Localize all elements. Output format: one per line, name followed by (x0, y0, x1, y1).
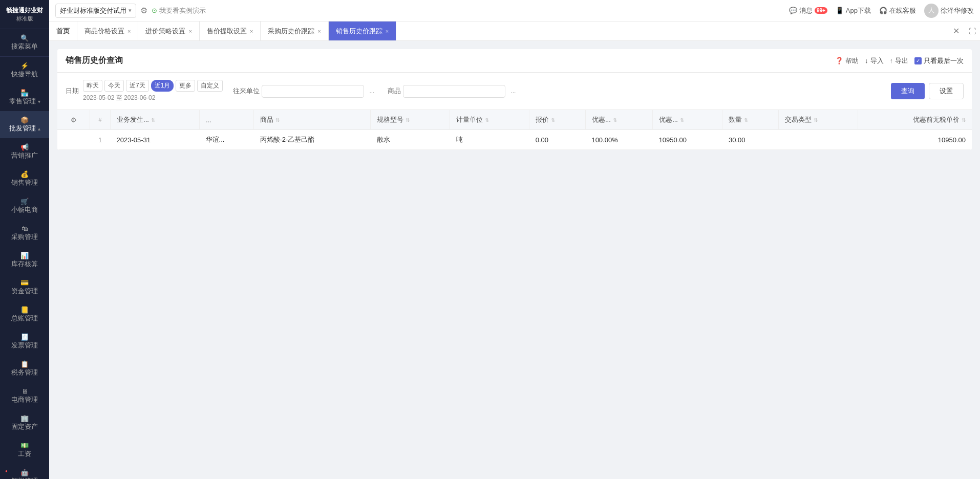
row-gear-cell (57, 130, 90, 150)
sidebar-item-purchase[interactable]: 🛍 采购管理 (0, 220, 49, 247)
date-btn-more[interactable]: 更多 (176, 80, 195, 92)
chevron-down-icon: ▾ (38, 99, 40, 104)
sort-icon-unit: ⇅ (485, 117, 489, 123)
col-product[interactable]: 商品 ⇅ (254, 110, 371, 130)
user-menu-btn[interactable]: 人 徐泽华修改 (924, 4, 974, 18)
tab-close-purchase-strategy[interactable]: × (188, 28, 191, 34)
col-discount-amt[interactable]: 优惠... ⇅ (653, 110, 722, 130)
topbar-left: 好业财标准版交付试用 ▾ ⚙ 我要看实例演示 (55, 4, 783, 18)
sidebar-item-inventory[interactable]: 📊 库存核算 (0, 247, 49, 274)
row-product-cell: 丙烯酸-2-乙基己酯 (254, 130, 371, 150)
finance-icon: 💳 (20, 279, 29, 287)
col-more[interactable]: ... (200, 110, 254, 130)
workspace-selector[interactable]: 好业财标准版交付试用 ▾ (55, 4, 136, 18)
settings-btn[interactable]: 设置 (929, 83, 964, 99)
row-unit-cell: 吨 (450, 130, 529, 150)
invoice-icon: 🧾 (20, 333, 29, 341)
product-field: 商品 ... (388, 85, 519, 98)
tab-sale-extract[interactable]: 售价提取设置 × (200, 21, 261, 41)
sidebar-item-salary[interactable]: 💵 工资 (0, 437, 49, 464)
sidebar-item-wholesale[interactable]: 📦 批发管理 ▴ (0, 111, 49, 138)
mobile-icon: 📱 (836, 7, 844, 14)
sidebar-item-fixed-assets[interactable]: 🏢 固定资产 (0, 409, 49, 437)
topbar-config-btn[interactable]: ⚙ (140, 6, 147, 15)
col-discount-pct[interactable]: 优惠... ⇅ (585, 110, 652, 130)
sidebar-item-tax[interactable]: 📋 税务管理 (0, 355, 49, 382)
only-last-checkbox-label[interactable]: ✓ 只看最后一次 (914, 56, 964, 66)
sidebar-item-retail[interactable]: 🏪 零售管理 ▾ (0, 84, 49, 111)
import-btn[interactable]: ↓ 导入 (865, 56, 884, 66)
headset-icon: 🎧 (879, 7, 887, 14)
topbar-demo-btn[interactable]: 我要看实例演示 (152, 6, 206, 15)
tabbar-close-btn[interactable]: ✕ (948, 21, 965, 41)
tab-close-sale-extract[interactable]: × (250, 28, 253, 34)
sidebar-item-ecommerce[interactable]: 🖥 电商管理 (0, 382, 49, 409)
tab-purchase-history[interactable]: 采购历史价跟踪 × (261, 21, 328, 41)
date-btn-custom[interactable]: 自定义 (197, 80, 223, 92)
sidebar-item-smart[interactable]: 🤖 智能管理 (0, 464, 49, 479)
ledger-icon: 📒 (20, 306, 29, 314)
tab-home[interactable]: 首页 (49, 21, 77, 41)
tabbar-expand-btn[interactable]: ⛶ (965, 21, 980, 41)
sidebar-item-invoice[interactable]: 🧾 发票管理 (0, 328, 49, 355)
query-btn[interactable]: 查询 (891, 83, 925, 99)
col-pretax-price[interactable]: 优惠前无税单价 ⇅ (858, 110, 972, 130)
online-service-btn[interactable]: 🎧 在线客服 (879, 6, 916, 15)
inventory-icon: 📊 (20, 252, 29, 259)
col-gear[interactable]: ⚙ (57, 110, 90, 130)
page-card: 销售历史价查询 ❓ 帮助 ↓ 导入 ↑ 导出 ✓ (57, 49, 972, 150)
sidebar-item-search[interactable]: 🔍 搜索菜单 (0, 29, 49, 57)
sort-icon-pretax-price: ⇅ (962, 117, 966, 123)
sort-icon-discount-amt: ⇅ (680, 117, 684, 123)
sort-icon-business-date: ⇅ (151, 117, 155, 123)
col-qty[interactable]: 数量 ⇅ (722, 110, 779, 130)
source-unit-input[interactable] (262, 85, 364, 98)
sidebar-item-marketing[interactable]: 📢 营销推广 (0, 138, 49, 165)
row-pretax-price-cell: 10950.00 (858, 130, 972, 150)
tab-sale-history[interactable]: 销售历史价跟踪 × (329, 21, 396, 41)
sidebar: 畅捷通好业财 标准版 🔍 搜索菜单 ⚡ 快捷导航 🏪 零售管理 ▾ 📦 批发管理… (0, 0, 49, 479)
source-unit-more-btn[interactable]: ... (366, 85, 377, 97)
only-last-checkbox[interactable]: ✓ (914, 57, 922, 64)
topbar-right: 💬 消息 99+ 📱 App下载 🎧 在线客服 人 徐泽华修改 (789, 4, 974, 18)
date-range-display: 2023-05-02 至 2023-06-02 (83, 94, 223, 102)
row-spec-cell: 散水 (371, 130, 450, 150)
product-input[interactable] (403, 85, 505, 98)
sort-icon-spec: ⇅ (406, 117, 410, 123)
tax-icon: 📋 (20, 360, 29, 368)
sidebar-item-ledger[interactable]: 📒 总账管理 (0, 301, 49, 328)
sort-icon-price: ⇅ (551, 117, 555, 123)
row-price-cell: 0.00 (529, 130, 586, 150)
date-filter: 昨天 今天 近7天 近1月 更多 自定义 2023-05-02 至 2023-0… (83, 80, 223, 102)
sidebar-item-sales[interactable]: 💰 销售管理 (0, 165, 49, 192)
col-spec[interactable]: 规格型号 ⇅ (371, 110, 450, 130)
workspace-chevron-icon: ▾ (129, 7, 132, 14)
date-btn-7days[interactable]: 近7天 (126, 80, 149, 92)
sort-icon-product: ⇅ (275, 117, 280, 123)
col-unit[interactable]: 计量单位 ⇅ (450, 110, 529, 130)
search-bar: 日期 昨天 今天 近7天 近1月 更多 自定义 2023-05-02 至 202… (57, 73, 972, 110)
date-btn-yesterday[interactable]: 昨天 (83, 80, 102, 92)
app-download-btn[interactable]: 📱 App下载 (836, 6, 871, 15)
tab-purchase-strategy[interactable]: 进价策略设置 × (138, 21, 199, 41)
date-btn-today[interactable]: 今天 (104, 80, 124, 92)
sidebar-logo: 畅捷通好业财 标准版 (0, 0, 49, 29)
sidebar-item-quick-nav[interactable]: ⚡ 快捷导航 (0, 57, 49, 84)
message-btn[interactable]: 💬 消息 99+ (789, 6, 827, 15)
col-business-date[interactable]: 业务发生... ⇅ (111, 110, 200, 130)
row-qty-cell: 30.00 (722, 130, 779, 150)
message-icon: 💬 (789, 7, 797, 14)
sidebar-item-finance[interactable]: 💳 资金管理 (0, 274, 49, 301)
col-trade-type[interactable]: 交易类型 ⇅ (779, 110, 858, 130)
tab-close-purchase-history[interactable]: × (317, 28, 321, 34)
sidebar-item-ecommerce-light[interactable]: 🛒 小畅电商 (0, 192, 49, 220)
tab-close-sale-history[interactable]: × (386, 28, 389, 34)
date-btn-1month[interactable]: 近1月 (151, 80, 174, 92)
export-btn[interactable]: ↑ 导出 (890, 56, 909, 66)
tab-close-product-price[interactable]: × (127, 28, 131, 34)
col-price[interactable]: 报价 ⇅ (529, 110, 586, 130)
tab-product-price[interactable]: 商品价格设置 × (77, 21, 138, 41)
help-btn[interactable]: ❓ 帮助 (835, 56, 859, 66)
product-more-btn[interactable]: ... (507, 85, 519, 97)
search-actions: 查询 设置 (891, 83, 964, 99)
